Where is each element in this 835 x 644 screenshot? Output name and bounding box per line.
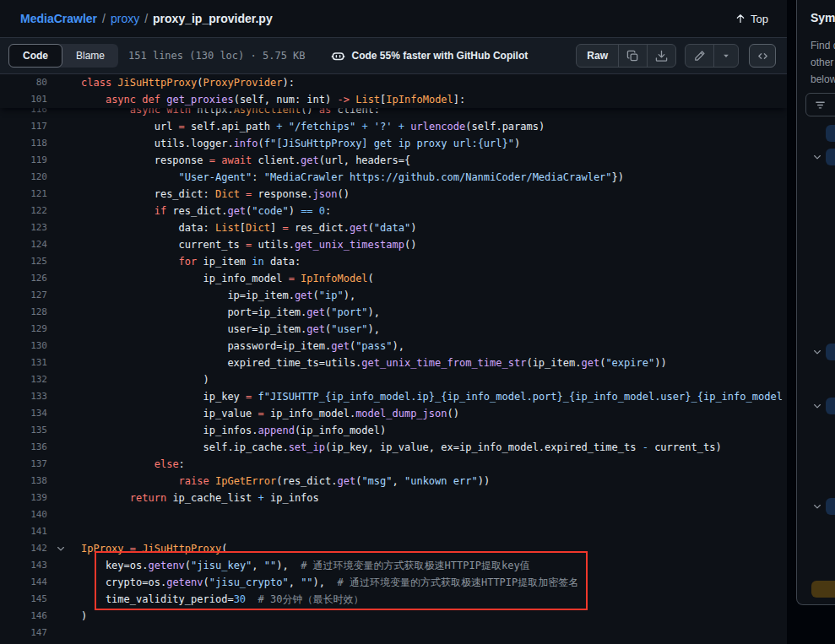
- code-line-text: port=ip_item.get("port"),: [81, 304, 380, 321]
- line-number[interactable]: 132: [0, 371, 47, 388]
- code-line: 118 utils.logger.info(f"[JiSuHttpProxy] …: [0, 135, 787, 152]
- code-line-text: if res_dict.get("code") == 0:: [81, 203, 331, 219]
- breadcrumb-repo-link[interactable]: MediaCrawler: [20, 12, 97, 25]
- fold-chevron-icon[interactable]: [56, 544, 66, 554]
- code-line-text: time_validity_period=30 # 30分钟（最长时效）: [81, 591, 363, 608]
- code-line-text: ip_value = ip_info_model.model_dump_json…: [81, 405, 459, 422]
- symbol-expand-chevron-icon[interactable]: [812, 152, 822, 162]
- file-meta-info: 151 lines (130 loc) · 5.75 KB: [128, 50, 306, 62]
- line-number[interactable]: 129: [0, 321, 47, 338]
- symbol-item[interactable]: [826, 149, 835, 165]
- line-number[interactable]: 134: [0, 405, 47, 422]
- line-number[interactable]: 118: [0, 135, 47, 152]
- line-number[interactable]: 140: [0, 506, 47, 523]
- line-number[interactable]: 146: [0, 608, 47, 625]
- line-number[interactable]: 130: [0, 338, 47, 354]
- line-number[interactable]: 137: [0, 456, 47, 473]
- line-number[interactable]: 117: [0, 118, 47, 135]
- symbols-filter-input[interactable]: [805, 93, 835, 116]
- line-number[interactable]: 142: [0, 540, 47, 557]
- code-line: 131 expired_time_ts=utils.get_unix_time_…: [0, 354, 787, 371]
- tab-code[interactable]: Code: [8, 44, 62, 68]
- copilot-banner-text: Code 55% faster with GitHub Copilot: [352, 50, 529, 62]
- raw-button[interactable]: Raw: [577, 45, 618, 67]
- copy-raw-button[interactable]: [618, 45, 647, 67]
- code-line: 140: [0, 506, 787, 523]
- code-line: 147: [0, 625, 787, 641]
- line-number[interactable]: 143: [0, 557, 47, 574]
- symbol-expand-chevron-icon[interactable]: [812, 501, 822, 511]
- edit-options-dropdown[interactable]: [713, 45, 738, 67]
- symbol-item[interactable]: [826, 125, 835, 142]
- line-number[interactable]: 123: [0, 219, 47, 236]
- symbol-expand-chevron-icon[interactable]: [812, 347, 822, 357]
- line-number[interactable]: 121: [0, 186, 47, 203]
- sticky-context-header: 80class JiSuHttpProxy(ProxyProvider):101…: [0, 74, 787, 108]
- line-number[interactable]: 136: [0, 439, 47, 456]
- symbol-item[interactable]: [811, 581, 835, 598]
- back-to-top-link[interactable]: Top: [735, 13, 768, 25]
- top-link-label: Top: [751, 13, 768, 25]
- line-number[interactable]: 135: [0, 422, 47, 439]
- line-number[interactable]: 131: [0, 354, 47, 371]
- breadcrumb-separator: /: [139, 12, 153, 25]
- breadcrumb-filename: proxy_ip_provider.py: [153, 12, 273, 25]
- code-line: 119 response = await client.get(url, hea…: [0, 152, 787, 169]
- edit-file-group: [685, 44, 739, 68]
- code-line: 124 current_ts = utils.get_unix_timestam…: [0, 236, 787, 253]
- line-number[interactable]: 133: [0, 388, 47, 405]
- code-line-text: res_dict: Dict = response.json(): [81, 186, 350, 203]
- symbol-item[interactable]: [826, 498, 835, 515]
- code-line-text: class JiSuHttpProxy(ProxyProvider):: [81, 74, 295, 91]
- code-line-text: IpProxy = JiSuHttpProxy(: [81, 540, 227, 557]
- code-line-text: ): [81, 608, 87, 625]
- download-raw-button[interactable]: [647, 45, 675, 67]
- raw-actions-group: Raw: [576, 44, 676, 68]
- line-number[interactable]: 122: [0, 203, 47, 219]
- line-number[interactable]: 126: [0, 270, 47, 287]
- line-number[interactable]: 141: [0, 523, 47, 540]
- edit-file-button[interactable]: [686, 45, 713, 67]
- line-number[interactable]: 124: [0, 236, 47, 253]
- copilot-icon: [331, 49, 345, 63]
- symbol-expand-chevron-icon[interactable]: [812, 401, 822, 411]
- line-number[interactable]: 80: [0, 74, 47, 91]
- code-line-text: for ip_item in data:: [81, 253, 301, 270]
- code-line-text: ): [81, 371, 209, 388]
- symbol-item[interactable]: [826, 398, 835, 414]
- line-number[interactable]: 145: [0, 591, 47, 608]
- code-line-text: current_ts = utils.get_unix_timestamp(): [81, 236, 416, 253]
- line-number[interactable]: 138: [0, 473, 47, 490]
- code-view: 116 async with httpx.AsyncClient() as cl…: [0, 74, 787, 644]
- line-number[interactable]: 125: [0, 253, 47, 270]
- code-line: 120 "User-Agent": "MediaCrawler https://…: [0, 169, 787, 186]
- code-blame-switcher: Code Blame: [8, 44, 118, 68]
- code-line-text: utils.logger.info(f"[JiSuHttpProxy] get …: [81, 135, 520, 152]
- breadcrumb-dir-link[interactable]: proxy: [111, 12, 139, 25]
- symbol-item[interactable]: [826, 344, 835, 360]
- code-line-text: key=os.getenv("jisu_key", ""), # 通过环境变量的…: [81, 557, 530, 574]
- line-number[interactable]: 127: [0, 287, 47, 304]
- line-number[interactable]: 119: [0, 152, 47, 169]
- code-line: 141: [0, 523, 787, 540]
- code-line-text: data: List[Dict] = res_dict.get("data"): [81, 219, 416, 236]
- line-number[interactable]: 144: [0, 574, 47, 591]
- code-line: 139 return ip_cache_list + ip_infos: [0, 490, 787, 506]
- code-line-text: else:: [81, 456, 185, 473]
- code-line: 146): [0, 608, 787, 625]
- code-line: 134 ip_value = ip_info_model.model_dump_…: [0, 405, 787, 422]
- code-line: 130 password=ip_item.get("pass"),: [0, 338, 787, 354]
- line-number[interactable]: 101: [0, 91, 47, 108]
- line-number[interactable]: 139: [0, 490, 47, 506]
- line-number[interactable]: 120: [0, 169, 47, 186]
- copilot-banner[interactable]: Code 55% faster with GitHub Copilot: [331, 49, 529, 63]
- line-number[interactable]: 128: [0, 304, 47, 321]
- code-line: 80class JiSuHttpProxy(ProxyProvider):: [0, 74, 787, 91]
- symbols-panel-toggle-button[interactable]: [749, 44, 776, 68]
- arrow-up-icon: [735, 13, 746, 24]
- code-line: 136 self.ip_cache.set_ip(ip_key, ip_valu…: [0, 439, 787, 456]
- line-number[interactable]: 147: [0, 625, 47, 641]
- tab-blame[interactable]: Blame: [62, 50, 118, 62]
- code-line: 128 port=ip_item.get("port"),: [0, 304, 787, 321]
- file-view-container: MediaCrawler/proxy/proxy_ip_provider.py …: [0, 0, 787, 644]
